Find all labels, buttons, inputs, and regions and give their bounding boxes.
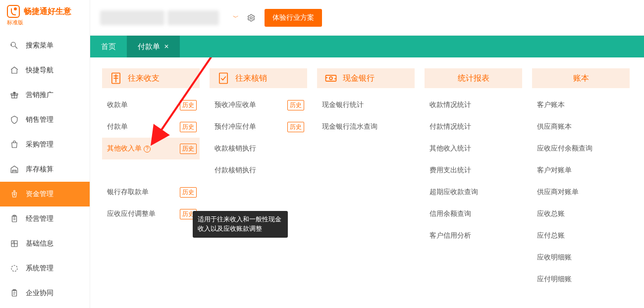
menu-item[interactable]: 其他收入单?历史 — [102, 138, 200, 159]
menu-item-label: 收款核销执行 — [215, 144, 304, 153]
brand-mark-icon — [7, 5, 20, 18]
menu-item[interactable]: 收款核销执行 — [210, 138, 307, 159]
money-icon — [10, 190, 19, 199]
svg-point-8 — [14, 191, 15, 192]
sidebar-item-label: 系统管理 — [26, 264, 54, 273]
menu-item[interactable]: 应收应付调整单历史 — [102, 203, 200, 225]
menu-item[interactable]: 现金银行统计 — [317, 94, 415, 116]
menu-item[interactable]: 应付明细账 — [532, 268, 630, 290]
menu-item[interactable]: 应付总账 — [532, 225, 630, 247]
menu-item[interactable]: 付款核销执行 — [210, 159, 307, 181]
history-badge[interactable]: 历史 — [180, 187, 197, 198]
menu-item-label: 应收应付余额查询 — [537, 144, 627, 153]
menu-item[interactable]: 应收总账 — [532, 203, 630, 225]
menu-item[interactable]: 应收明细账 — [532, 247, 630, 268]
menu-item[interactable]: 应收应付余额查询 — [532, 138, 630, 159]
menu-item-label: 应收应付调整单 — [107, 209, 176, 218]
sidebar-item-label: 经营管理 — [26, 214, 54, 223]
search-icon — [10, 41, 19, 50]
sidebar-item-fund[interactable]: 资金管理 — [0, 182, 90, 206]
sidebar-item-stock[interactable]: 库存核算 — [0, 157, 90, 182]
sidebar-item-label: 库存核算 — [26, 165, 54, 174]
menu-item[interactable]: 现金银行流水查询 — [317, 116, 415, 138]
column-title: 往来收支 — [128, 73, 160, 84]
sidebar-item-purchase[interactable]: 采购管理 — [0, 132, 90, 157]
menu-item[interactable]: 预付冲应付单历史 — [210, 116, 307, 138]
brand-name: 畅捷通好生意 — [24, 6, 71, 17]
menu-item[interactable]: 其他收入统计 — [425, 138, 522, 159]
history-badge[interactable]: 历史 — [287, 100, 304, 110]
menu-item[interactable]: 收款情况统计 — [425, 94, 522, 116]
menu-item[interactable]: 客户对账单 — [532, 159, 630, 181]
menu-item-label: 收款情况统计 — [429, 101, 519, 109]
menu-item[interactable]: 超期应收款查询 — [425, 181, 522, 203]
menu-item[interactable]: 客户信用分析 — [425, 225, 522, 247]
sidebar-item-search[interactable]: 搜索菜单 — [0, 33, 90, 58]
menu-item[interactable]: 客户账本 — [532, 94, 630, 116]
warehouse-icon — [10, 165, 19, 174]
menu-item-label: 其他收入单? — [107, 144, 176, 153]
menu-item[interactable]: 收款单历史 — [102, 94, 200, 116]
topbar: ﹀ 体验行业方案 — [90, 0, 644, 36]
column-title: 统计报表 — [458, 73, 489, 84]
svg-point-19 — [11, 265, 17, 271]
sidebar-item-label: 营销推广 — [26, 91, 54, 100]
help-icon[interactable]: ? — [144, 146, 151, 153]
history-badge[interactable]: 历史 — [180, 100, 197, 110]
svg-point-31 — [329, 77, 332, 80]
history-badge[interactable]: 历史 — [180, 144, 197, 154]
sidebar-item-label: 销售管理 — [26, 115, 54, 124]
history-badge[interactable]: 历史 — [180, 122, 197, 132]
menu-item-label: 客户对账单 — [537, 166, 627, 175]
org-dropdown-caret-icon[interactable]: ﹀ — [233, 13, 239, 22]
column-body: 客户账本供应商账本应收应付余额查询客户对账单供应商对账单应收总账应付总账应收明细… — [532, 88, 630, 290]
menu-item-label: 客户信用分析 — [429, 231, 519, 240]
menu-item-label: 收款单 — [107, 101, 176, 109]
svg-rect-29 — [219, 73, 227, 84]
history-badge[interactable]: 历史 — [287, 122, 304, 132]
sidebar-item-coop[interactable]: 企业协同 — [0, 281, 90, 306]
settings-gear-icon[interactable] — [247, 13, 256, 22]
svg-text:A: A — [12, 241, 14, 244]
sidebar-item-label: 采购管理 — [26, 140, 54, 149]
sidebar-item-sales[interactable]: 销售管理 — [0, 107, 90, 132]
sidebar-item-promo[interactable]: 营销推广 — [0, 83, 90, 107]
sidebar-item-biz[interactable]: 经营管理 — [0, 206, 90, 231]
menu-column-0: 往来收支收款单历史付款单历史其他收入单?历史费用支出单历史银行存取款单历史应收应… — [102, 68, 200, 225]
menu-item[interactable]: 供应商对账单 — [532, 181, 630, 203]
menu-item-label: 应付明细账 — [537, 275, 627, 284]
badge-icon — [10, 115, 19, 124]
svg-line-1 — [15, 47, 18, 49]
org-name-blurred — [100, 10, 229, 25]
sidebar-item-basic[interactable]: A基础信息 — [0, 231, 90, 256]
svg-point-24 — [250, 16, 253, 19]
industry-solution-button[interactable]: 体验行业方案 — [265, 9, 322, 27]
tab-0[interactable]: 首页 — [90, 36, 127, 57]
menu-item[interactable]: 预收冲应收单历史 — [210, 94, 307, 116]
menu-item-label: 预收冲应收单 — [215, 101, 283, 109]
menu-item[interactable]: 信用余额查询 — [425, 203, 522, 225]
column-header: 账本 — [532, 68, 630, 88]
menu-item[interactable]: 银行存取款单历史 — [102, 181, 200, 203]
menu-item[interactable]: 费用支出统计 — [425, 159, 522, 181]
menu-item-label: 其他收入统计 — [429, 144, 519, 153]
sidebar-item-home[interactable]: 快捷导航 — [0, 58, 90, 83]
column-title: 现金银行 — [343, 73, 375, 84]
menu-item-label: 信用余额查询 — [429, 209, 519, 218]
menu-item-label: 应收明细账 — [537, 253, 627, 262]
menu-item-label: 供应商对账单 — [537, 188, 627, 197]
help-tooltip: 适用于往来收入和一般性现金收入以及应收账款调整 — [193, 211, 288, 238]
menu-item-label: 付款核销执行 — [215, 166, 304, 175]
menu-column-4: 账本客户账本供应商账本应收应付余额查询客户对账单供应商对账单应收总账应付总账应收… — [532, 68, 630, 290]
menu-item-label: 现金银行流水查询 — [322, 122, 412, 131]
home-icon — [10, 66, 19, 75]
menu-item[interactable]: 付款情况统计 — [425, 116, 522, 138]
tab-1[interactable]: 付款单✕ — [127, 36, 180, 57]
column-body: 现金银行统计现金银行流水查询 — [317, 88, 415, 138]
close-icon[interactable]: ✕ — [164, 43, 169, 50]
column-body: 预收冲应收单历史预付冲应付单历史收款核销执行付款核销执行 — [210, 88, 307, 181]
menu-item[interactable]: 供应商账本 — [532, 116, 630, 138]
menu-item[interactable]: 付款单历史 — [102, 116, 200, 138]
sidebar-item-system[interactable]: 系统管理 — [0, 256, 90, 281]
menu-item-label: 应收总账 — [537, 209, 627, 218]
